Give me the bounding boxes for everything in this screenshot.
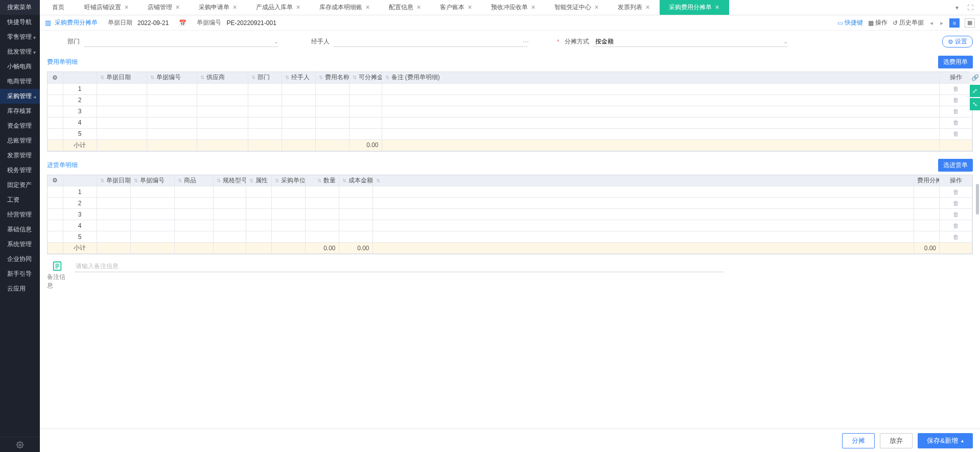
sidebar-item-xiaochang[interactable]: 小畅电商	[0, 59, 40, 74]
col-attr[interactable]: ⇅属性	[246, 175, 271, 186]
scrollbar-thumb[interactable]	[976, 184, 979, 215]
col-product[interactable]: ⇅商品	[174, 175, 213, 186]
remarks-input[interactable]	[75, 260, 724, 272]
more-icon[interactable]: ⋯	[523, 38, 529, 45]
table-row[interactable]: 2🗑	[48, 94, 972, 106]
tab-customer-book[interactable]: 客户账本✕	[431, 0, 482, 15]
close-icon[interactable]: ✕	[715, 5, 719, 10]
tab-shop-manage[interactable]: 店铺管理✕	[138, 0, 190, 15]
col-supplier[interactable]: ⇅供应商	[197, 72, 248, 83]
delete-icon[interactable]: 🗑	[953, 200, 959, 207]
col-bill-date[interactable]: ⇅单据日期	[97, 72, 147, 83]
sidebar-item-asset[interactable]: 固定资产	[0, 178, 40, 193]
table-row[interactable]: 4🗑	[48, 220, 972, 231]
table-row[interactable]: 2🗑	[48, 198, 972, 209]
card-view-button[interactable]: ▦	[965, 18, 975, 28]
sidebar-item-system[interactable]: 系统管理	[0, 237, 40, 252]
col-bill-no[interactable]: ⇅单据编号	[147, 72, 197, 83]
close-icon[interactable]: ✕	[124, 5, 129, 10]
fullscreen-icon[interactable]: ⛶	[965, 2, 976, 13]
col-dept[interactable]: ⇅部门	[248, 72, 282, 83]
sidebar-item-basic[interactable]: 基础信息	[0, 222, 40, 237]
col-alloc-fee[interactable]: 费用分摊金额	[914, 175, 940, 186]
select-fee-bill-button[interactable]: 选费用单	[938, 56, 973, 68]
sidebar-item-ecom[interactable]: 电商管理	[0, 74, 40, 89]
sidebar-item-tax[interactable]: 税务管理	[0, 163, 40, 178]
col-bill-date[interactable]: ⇅单据日期	[97, 175, 130, 186]
row-settings-icon[interactable]: ⚙	[48, 175, 63, 186]
chevron-down-icon[interactable]: ⌄	[274, 38, 278, 45]
sidebar-item-search[interactable]: 搜索菜单	[0, 0, 40, 15]
col-handler[interactable]: ⇅经手人	[282, 72, 315, 83]
table-row[interactable]: 5🗑	[48, 231, 972, 243]
date-value[interactable]: 2022-09-21	[137, 19, 169, 27]
list-view-button[interactable]: ≡	[949, 18, 960, 28]
col-spec[interactable]: ⇅规格型号	[213, 175, 246, 186]
tab-home[interactable]: 首页	[42, 0, 75, 15]
close-icon[interactable]: ✕	[175, 5, 180, 10]
tab-stock-cost[interactable]: 库存成本明细账✕	[310, 0, 380, 15]
save-new-button[interactable]: 保存&新增▴	[918, 433, 973, 448]
col-remark[interactable]: ⇅备注 (费用单明细)	[382, 72, 940, 83]
delete-icon[interactable]: 🗑	[953, 211, 959, 218]
col-cost[interactable]: ⇅成本金额	[339, 175, 372, 186]
delete-icon[interactable]: 🗑	[953, 130, 959, 137]
quick-create-button[interactable]: ▭快捷键	[837, 18, 863, 27]
delete-icon[interactable]: 🗑	[953, 222, 959, 229]
tab-config[interactable]: 配置信息✕	[380, 0, 431, 15]
dept-input[interactable]	[84, 36, 278, 47]
sidebar-item-salary[interactable]: 工资	[0, 193, 40, 207]
delete-icon[interactable]: 🗑	[953, 108, 959, 115]
row-settings-icon[interactable]: ⚙	[48, 72, 63, 83]
col-fee-name[interactable]: ⇅费用名称	[315, 72, 349, 83]
table-row[interactable]: 1🗑	[48, 186, 972, 198]
close-icon[interactable]: ✕	[232, 5, 237, 10]
attachment-icon[interactable]: 🔗	[970, 72, 980, 84]
expand-icon[interactable]: ⤢	[970, 85, 980, 97]
table-row[interactable]: 3🗑	[48, 209, 972, 220]
sidebar-item-cloud[interactable]: 云应用	[0, 281, 40, 296]
settings-button[interactable]: ⚙设置	[942, 36, 973, 47]
col-unit[interactable]: ⇅采购单位	[271, 175, 305, 186]
sidebar-item-inventory[interactable]: 库存核算	[0, 104, 40, 118]
tab-purchase-req[interactable]: 采购申请单✕	[190, 0, 247, 15]
tab-shop-settings[interactable]: 旺铺店铺设置✕	[75, 0, 138, 15]
operate-button[interactable]: ▦操作	[868, 18, 888, 27]
close-icon[interactable]: ✕	[594, 5, 599, 10]
close-icon[interactable]: ✕	[645, 5, 650, 10]
discard-button[interactable]: 放弃	[880, 433, 913, 448]
close-icon[interactable]: ✕	[531, 5, 535, 10]
col-bill-no[interactable]: ⇅单据编号	[130, 175, 174, 186]
history-button[interactable]: ↺历史单据	[893, 18, 924, 27]
sidebar-settings-icon[interactable]	[0, 437, 40, 452]
calendar-icon[interactable]: 📅	[179, 19, 186, 27]
tab-prepay-offset[interactable]: 预收冲应收单✕	[482, 0, 545, 15]
delete-icon[interactable]: 🗑	[953, 233, 959, 241]
sidebar-item-wholesale[interactable]: 批发管理▾	[0, 44, 40, 59]
sidebar-item-purchase[interactable]: 采购管理◂	[0, 89, 40, 104]
delete-icon[interactable]: 🗑	[953, 97, 959, 104]
alloc-input[interactable]	[593, 36, 787, 47]
table-row[interactable]: 1🗑	[48, 83, 972, 94]
table-row[interactable]: 4🗑	[48, 117, 972, 128]
col-alloc-amount[interactable]: ⇅可分摊金额	[349, 72, 382, 83]
close-icon[interactable]: ✕	[365, 5, 370, 10]
table-row[interactable]: 3🗑	[48, 106, 972, 117]
tab-finished-in[interactable]: 产成品入库单✕	[247, 0, 310, 15]
allocate-button[interactable]: 分摊	[842, 433, 875, 448]
sidebar-item-funds[interactable]: 资金管理	[0, 118, 40, 133]
sidebar-item-guide[interactable]: 新手引导	[0, 267, 40, 281]
close-icon[interactable]: ✕	[296, 5, 300, 10]
select-stock-bill-button[interactable]: 选进货单	[938, 159, 973, 172]
tab-invoice-list[interactable]: 发票列表✕	[609, 0, 660, 15]
close-icon[interactable]: ✕	[468, 5, 472, 10]
delete-icon[interactable]: 🗑	[953, 188, 959, 196]
tab-voucher[interactable]: 智能凭证中心✕	[545, 0, 609, 15]
sidebar-item-invoice[interactable]: 发票管理	[0, 148, 40, 163]
sidebar-item-biz[interactable]: 经营管理	[0, 207, 40, 222]
prev-button[interactable]: ◂	[929, 19, 934, 27]
sidebar-item-collab[interactable]: 企业协同	[0, 252, 40, 267]
tabs-dropdown-icon[interactable]: ▾	[951, 2, 963, 13]
next-button[interactable]: ▸	[939, 19, 944, 27]
col-qty[interactable]: ⇅数量	[305, 175, 339, 186]
